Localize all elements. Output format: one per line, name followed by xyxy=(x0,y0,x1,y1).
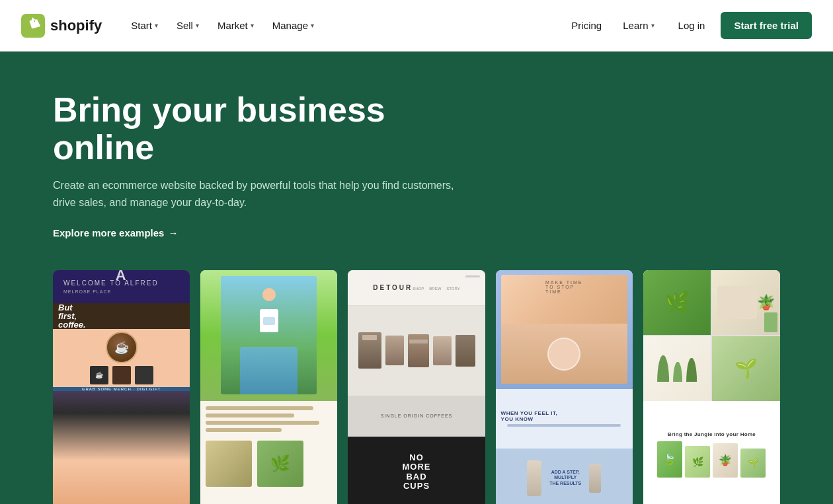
navbar: shopify Start ▾ Sell ▾ Market ▾ Manage ▾… xyxy=(0,0,833,52)
nav-start[interactable]: Start ▾ xyxy=(123,15,166,36)
card-alfred-image: A ALFRED WELCOME TO ALFRED MELROSE PLACE… xyxy=(53,270,190,504)
nav-login[interactable]: Log in xyxy=(668,15,716,36)
card-detour-image: DETOUR SHOP BREW STORY xyxy=(348,270,485,504)
card-jewelry-image: 🌿 xyxy=(200,270,337,504)
chevron-down-icon: ▾ xyxy=(651,22,654,29)
example-cards-container: A ALFRED WELCOME TO ALFRED MELROSE PLACE… xyxy=(53,270,780,504)
nav-market[interactable]: Market ▾ xyxy=(210,15,262,36)
card-garden-image: 🌿 🪴 xyxy=(643,270,780,504)
nav-links-left: Start ▾ Sell ▾ Market ▾ Manage ▾ xyxy=(123,15,563,36)
logo-text: shopify xyxy=(50,17,102,34)
card-detour[interactable]: DETOUR SHOP BREW STORY xyxy=(348,270,485,504)
explore-examples-link[interactable]: Explore more examples → xyxy=(53,227,178,238)
card-beauty-image: MAKE TIMETO STOPTIME WHEN YOU FEEL IT,YO… xyxy=(496,270,633,504)
hero-subtitle: Create an ecommerce website backed by po… xyxy=(53,177,463,211)
hero-section: Bring your business online Create an eco… xyxy=(0,52,833,504)
card-beauty[interactable]: MAKE TIMETO STOPTIME WHEN YOU FEEL IT,YO… xyxy=(496,270,633,504)
card-alfred[interactable]: A ALFRED WELCOME TO ALFRED MELROSE PLACE… xyxy=(53,270,190,504)
card-garden[interactable]: 🌿 🪴 xyxy=(643,270,780,504)
nav-learn[interactable]: Learn ▾ xyxy=(615,15,662,36)
chevron-down-icon: ▾ xyxy=(196,22,199,29)
card-jewelry[interactable]: 🌿 JEWELRY Corey Moranis xyxy=(200,270,337,504)
hero-title: Bring your business online xyxy=(53,91,450,166)
nav-sell[interactable]: Sell ▾ xyxy=(169,15,207,36)
nav-pricing[interactable]: Pricing xyxy=(563,15,610,36)
start-free-trial-button[interactable]: Start free trial xyxy=(721,12,812,39)
chevron-down-icon: ▾ xyxy=(311,22,314,29)
logo[interactable]: shopify xyxy=(21,14,102,38)
shopify-logo-icon xyxy=(21,14,45,38)
chevron-down-icon: ▾ xyxy=(155,22,158,29)
chevron-down-icon: ▾ xyxy=(251,22,254,29)
nav-links-right: Pricing Learn ▾ Log in Start free trial xyxy=(563,12,812,39)
nav-manage[interactable]: Manage ▾ xyxy=(264,15,322,36)
